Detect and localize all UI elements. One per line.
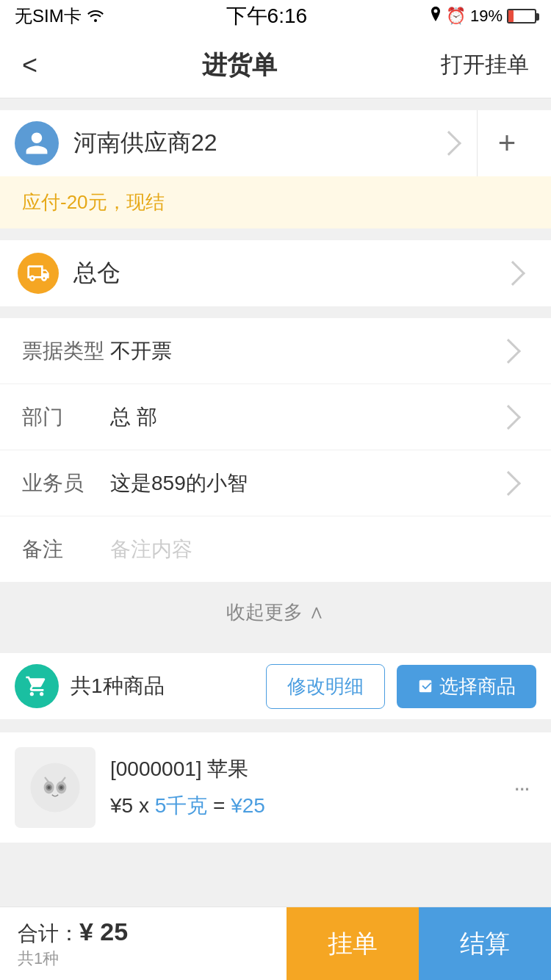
supplier-main-row[interactable]: 河南供应商22 (15, 110, 478, 176)
page-title: 进货单 (202, 48, 277, 82)
total-row: 合计：¥ 25 (18, 918, 269, 948)
status-time: 下午6:16 (226, 2, 308, 30)
product-title: 苹果 (207, 757, 248, 780)
equals: = (207, 794, 231, 817)
battery-icon (507, 9, 536, 24)
separator-5 (0, 719, 551, 731)
total-amount: ¥ 25 (79, 918, 128, 945)
product-name: [0000001] 苹果 (110, 755, 506, 783)
department-row[interactable]: 部门 总 部 (0, 384, 551, 450)
supplier-add-button[interactable]: + (478, 110, 536, 176)
remark-row[interactable]: 备注 备注内容 (0, 516, 551, 583)
svg-point-0 (30, 763, 79, 812)
total-price: ¥25 (231, 794, 265, 817)
wifi-icon (87, 6, 104, 26)
total-label: 合计： (18, 922, 79, 945)
back-button[interactable]: < (22, 50, 37, 81)
hang-button[interactable]: 挂单 (287, 907, 419, 981)
alarm-icon: ⏰ (446, 7, 466, 26)
salesman-value: 这是859的小智 (110, 469, 488, 497)
product-thumbnail (15, 747, 96, 828)
select-product-button[interactable]: 选择商品 (397, 665, 536, 708)
quantity: 5千克 (155, 794, 208, 817)
invoice-label: 票据类型 (22, 337, 110, 365)
nav-bar: < 进货单 打开挂单 (0, 32, 551, 98)
supplier-section: 河南供应商22 + (0, 110, 551, 176)
supplier-name: 河南供应商22 (73, 127, 428, 159)
product-item: [0000001] 苹果 ¥5 x 5千克 = ¥25 ··· (0, 732, 551, 843)
department-chevron (496, 405, 521, 430)
location-icon (430, 7, 442, 26)
status-left: 无SIM卡 (15, 4, 104, 28)
unit-price: ¥5 x (110, 794, 155, 817)
warehouse-name: 总仓 (73, 257, 492, 289)
invoice-row[interactable]: 票据类型 不开票 (0, 318, 551, 384)
product-code: [0000001] (110, 757, 207, 780)
warehouse-chevron (500, 261, 525, 286)
credit-banner: 应付-20元，现结 (0, 176, 551, 228)
open-hang-button[interactable]: 打开挂单 (441, 50, 529, 80)
remark-label: 备注 (22, 536, 110, 563)
product-header-icon (15, 664, 59, 708)
status-right: ⏰ 19% (430, 7, 536, 26)
total-count: 共1种 (18, 948, 269, 970)
separator-1 (0, 98, 551, 110)
product-price-row: ¥5 x 5千克 = ¥25 (110, 792, 506, 820)
salesman-label: 业务员 (22, 469, 110, 497)
warehouse-icon (18, 253, 59, 294)
select-product-label: 选择商品 (439, 674, 516, 699)
separator-3 (0, 306, 551, 318)
supplier-chevron (436, 131, 461, 156)
salesman-chevron (496, 471, 521, 496)
svg-point-5 (48, 786, 51, 789)
supplier-avatar (15, 121, 59, 165)
separator-4 (0, 641, 551, 653)
invoice-chevron (496, 339, 521, 364)
remark-input[interactable]: 备注内容 (110, 536, 529, 563)
product-more-button[interactable]: ··· (506, 767, 536, 809)
checkout-button[interactable]: 结算 (419, 907, 551, 981)
product-info: [0000001] 苹果 ¥5 x 5千克 = ¥25 (110, 755, 506, 820)
department-label: 部门 (22, 403, 110, 431)
product-header: 共1种商品 修改明细 选择商品 (0, 653, 551, 719)
warehouse-row[interactable]: 总仓 (0, 240, 551, 306)
total-section: 合计：¥ 25 共1种 (0, 918, 287, 970)
separator-2 (0, 228, 551, 240)
collapse-button[interactable]: 收起更多 ∧ (0, 583, 551, 641)
invoice-value: 不开票 (110, 337, 488, 365)
edit-detail-button[interactable]: 修改明细 (266, 664, 385, 709)
battery-percent: 19% (470, 7, 503, 26)
salesman-row[interactable]: 业务员 这是859的小智 (0, 450, 551, 516)
department-value: 总 部 (110, 403, 488, 431)
svg-point-6 (60, 786, 62, 789)
carrier-text: 无SIM卡 (15, 4, 82, 28)
bottom-bar: 合计：¥ 25 共1种 挂单 结算 (0, 907, 551, 980)
main-content: 河南供应商22 + 应付-20元，现结 总仓 票据类型 不开票 部门 总 部 业… (0, 98, 551, 916)
product-count: 共1种商品 (71, 672, 254, 700)
status-bar: 无SIM卡 下午6:16 ⏰ 19% (0, 0, 551, 32)
